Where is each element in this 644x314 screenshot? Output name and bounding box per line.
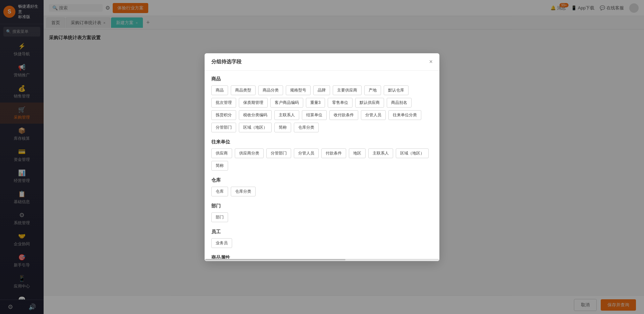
field-tag-0-13[interactable]: 默认供应商 xyxy=(355,98,384,108)
field-tag-1-2[interactable]: 分管部门 xyxy=(266,148,291,158)
field-tag-0-0[interactable]: 商品 xyxy=(211,85,228,95)
field-tag-2-1[interactable]: 仓库分类 xyxy=(231,187,256,196)
field-group-0: 商品商品商品类型商品分类规格型号品牌主要供应商产地默认仓库批次管理保质期管理客户… xyxy=(211,76,433,132)
field-tag-0-23[interactable]: 区域（地区） xyxy=(239,123,272,132)
field-tag-0-24[interactable]: 简称 xyxy=(274,123,291,132)
field-tag-0-25[interactable]: 仓库分类 xyxy=(294,123,319,132)
field-tag-0-4[interactable]: 品牌 xyxy=(313,85,330,95)
modal-scrollbar-track xyxy=(205,259,439,260)
field-tag-0-16[interactable]: 税收分类编码 xyxy=(239,110,272,120)
modal-body: 商品商品商品类型商品分类规格型号品牌主要供应商产地默认仓库批次管理保质期管理客户… xyxy=(205,71,439,259)
field-tag-1-6[interactable]: 主联系人 xyxy=(368,148,393,158)
field-tag-0-11[interactable]: 重量3 xyxy=(306,98,325,108)
field-tag-1-4[interactable]: 付款条件 xyxy=(321,148,346,158)
field-group-4: 员工业务员 xyxy=(211,229,433,248)
field-tag-0-14[interactable]: 商品别名 xyxy=(387,98,412,108)
field-tag-1-0[interactable]: 供应商 xyxy=(211,148,232,158)
field-tag-4-0[interactable]: 业务员 xyxy=(211,238,232,248)
field-tags-0: 商品商品类型商品分类规格型号品牌主要供应商产地默认仓库批次管理保质期管理客户商品… xyxy=(211,85,433,132)
field-group-5: 商品属性属性颜色多规格尺码鞋码1 xyxy=(211,255,433,259)
field-tags-4: 业务员 xyxy=(211,238,433,248)
field-tag-0-2[interactable]: 商品分类 xyxy=(258,85,283,95)
field-tag-0-7[interactable]: 默认仓库 xyxy=(384,85,409,95)
field-tag-0-1[interactable]: 商品类型 xyxy=(231,85,256,95)
field-tag-0-21[interactable]: 往来单位分类 xyxy=(388,110,421,120)
field-group-title-0: 商品 xyxy=(211,76,433,82)
modal-header: 分组待选字段 × xyxy=(205,53,439,71)
field-group-title-4: 员工 xyxy=(211,229,433,235)
field-tags-2: 仓库仓库分类 xyxy=(211,187,433,196)
field-tag-0-9[interactable]: 保质期管理 xyxy=(239,98,268,108)
field-tag-0-3[interactable]: 规格型号 xyxy=(286,85,311,95)
field-tag-1-5[interactable]: 地区 xyxy=(349,148,366,158)
field-group-title-3: 部门 xyxy=(211,203,433,209)
field-tag-0-12[interactable]: 零售单位 xyxy=(328,98,353,108)
field-tag-1-1[interactable]: 供应商分类 xyxy=(235,148,264,158)
modal-dialog: 分组待选字段 × 商品商品商品类型商品分类规格型号品牌主要供应商产地默认仓库批次… xyxy=(205,53,439,261)
field-tag-0-15[interactable]: 拣货积分 xyxy=(211,110,236,120)
field-tag-1-3[interactable]: 分管人员 xyxy=(294,148,319,158)
field-tag-1-7[interactable]: 区域（地区） xyxy=(396,148,429,158)
field-group-1: 往来单位供应商供应商分类分管部门分管人员付款条件地区主联系人区域（地区）简称 xyxy=(211,139,433,171)
field-tag-0-18[interactable]: 结算单位 xyxy=(302,110,327,120)
field-tag-0-5[interactable]: 主要供应商 xyxy=(333,85,362,95)
field-tags-3: 部门 xyxy=(211,212,433,222)
field-group-title-1: 往来单位 xyxy=(211,139,433,145)
field-tag-0-20[interactable]: 分管人员 xyxy=(361,110,386,120)
modal-title: 分组待选字段 xyxy=(211,59,241,65)
modal-overlay: 分组待选字段 × 商品商品商品类型商品分类规格型号品牌主要供应商产地默认仓库批次… xyxy=(0,0,644,314)
field-tag-0-10[interactable]: 客户商品编码 xyxy=(270,98,303,108)
field-tag-0-17[interactable]: 主联系人 xyxy=(274,110,299,120)
modal-close-button[interactable]: × xyxy=(429,59,433,65)
field-tag-0-8[interactable]: 批次管理 xyxy=(211,98,236,108)
field-group-3: 部门部门 xyxy=(211,203,433,222)
field-group-title-5: 商品属性 xyxy=(211,255,433,259)
field-tag-1-8[interactable]: 简称 xyxy=(211,161,228,171)
field-tag-0-19[interactable]: 收付款条件 xyxy=(329,110,358,120)
modal-scrollbar-thumb[interactable] xyxy=(205,259,345,260)
field-tag-0-22[interactable]: 分管部门 xyxy=(211,123,236,132)
field-tags-1: 供应商供应商分类分管部门分管人员付款条件地区主联系人区域（地区）简称 xyxy=(211,148,433,171)
field-tag-3-0[interactable]: 部门 xyxy=(211,212,228,222)
modal-scrollbar xyxy=(205,259,439,261)
field-tag-2-0[interactable]: 仓库 xyxy=(211,187,228,196)
field-tag-0-6[interactable]: 产地 xyxy=(364,85,381,95)
field-group-2: 仓库仓库仓库分类 xyxy=(211,177,433,196)
field-group-title-2: 仓库 xyxy=(211,177,433,183)
